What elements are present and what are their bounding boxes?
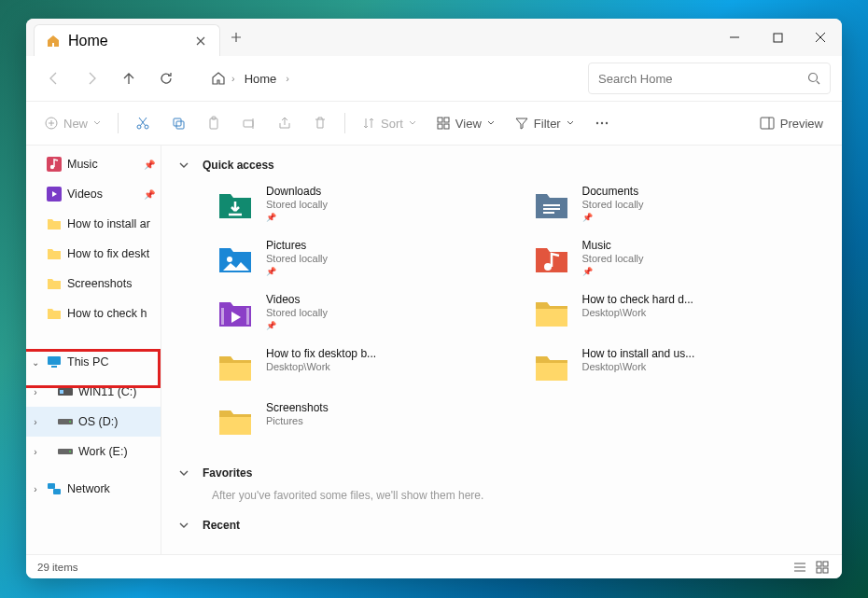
sidebar: Music📌Videos📌How to install arHow to fix… [26,146,161,554]
drive-label: Work (E:) [78,445,128,458]
svg-point-31 [227,257,232,262]
chevron-down-icon [178,467,189,479]
folder-icon [532,239,571,278]
view-label: View [455,117,482,131]
tab-home[interactable]: Home [34,24,220,56]
sidebar-item[interactable]: How to install ar [26,209,161,239]
sort-button[interactable]: Sort [355,108,424,138]
copy-button[interactable] [163,108,193,138]
maximize-button[interactable] [756,19,799,56]
minimize-button[interactable] [713,19,756,56]
item-location: Desktop\Work [582,361,695,372]
sidebar-item[interactable]: Screenshots [26,269,161,299]
preview-label: Preview [780,117,823,131]
search-input[interactable] [598,72,800,86]
svg-rect-5 [174,118,181,126]
quick-access-item[interactable]: DocumentsStored locally📌 [528,181,826,228]
close-window-button[interactable] [799,19,842,56]
quick-access-item[interactable]: MusicStored locally📌 [528,235,826,282]
filter-icon [515,117,528,130]
up-button[interactable] [112,62,146,95]
svg-point-28 [69,451,71,452]
chevron-down-icon [178,520,189,531]
svg-rect-7 [210,118,217,129]
item-name: Videos [266,293,328,306]
more-button[interactable] [587,108,617,138]
svg-rect-38 [823,568,828,573]
sidebar-item[interactable]: How to fix deskt [26,239,161,269]
address-bar[interactable]: › Home › [202,63,299,94]
sidebar-item-label: Music [67,158,98,171]
chevron-down-icon[interactable]: ⌄ [30,357,41,368]
quick-access-item[interactable]: DownloadsStored locally📌 [212,181,510,228]
quick-access-item[interactable]: VideosStored locally📌 [212,289,510,336]
favorites-label: Favorites [203,466,252,480]
status-text: 29 items [37,562,77,573]
minimize-icon [729,32,740,43]
group-favorites[interactable]: Favorites [178,466,825,480]
chevron-down-icon [567,119,574,127]
item-name: How to install and us... [582,347,695,360]
filter-button[interactable]: Filter [508,108,581,138]
drive-icon [58,446,73,457]
quick-access-item[interactable]: PicturesStored locally📌 [212,235,510,282]
item-name: How to fix desktop b... [266,347,376,360]
forward-button[interactable] [75,62,108,95]
close-tab-button[interactable] [193,34,208,49]
chevron-down-icon [93,119,101,127]
svg-rect-30 [53,489,61,494]
sidebar-item[interactable]: How to check h [26,299,161,328]
file-explorer-window: Home › Home › [26,19,842,578]
sidebar-item-network[interactable]: › Network [26,474,161,504]
svg-point-16 [606,122,608,124]
sidebar-item[interactable]: Music📌 [26,149,161,179]
chevron-down-icon [487,119,495,127]
thumbnails-view-button[interactable] [814,559,831,576]
search-box[interactable] [588,63,831,94]
new-button[interactable]: New [37,108,108,138]
close-icon [815,32,826,43]
quick-access-item[interactable]: ScreenshotsPictures [212,397,510,444]
svg-point-14 [596,122,598,124]
quick-access-item[interactable]: How to fix desktop b...Desktop\Work [212,343,510,390]
sidebar-item-drive[interactable]: ›WIN11 (C:) [26,377,161,407]
pin-icon: 📌 [582,267,644,276]
sidebar-item-this-pc[interactable]: ⌄ This PC [26,347,161,377]
chevron-right-icon: › [231,73,235,84]
group-recent[interactable]: Recent [178,519,825,532]
svg-rect-29 [48,483,55,489]
content-pane: Quick access DownloadsStored locally📌Doc… [161,146,842,554]
view-button[interactable]: View [429,108,502,138]
drive-label: WIN11 (C:) [78,385,137,398]
folder-icon [47,307,62,320]
refresh-button[interactable] [149,62,183,95]
new-tab-button[interactable] [220,21,252,53]
cut-button[interactable] [128,108,158,138]
address-segment[interactable]: Home [241,70,281,88]
separator [344,113,345,133]
folder-icon [216,239,255,278]
back-button[interactable] [37,62,71,95]
item-name: Pictures [266,239,328,252]
sidebar-item-drive[interactable]: ›OS (D:) [26,407,161,437]
item-location: Desktop\Work [582,307,693,318]
chevron-right-icon[interactable]: › [30,447,41,457]
chevron-right-icon[interactable]: › [30,387,41,397]
quick-access-item[interactable]: How to install and us...Desktop\Work [528,343,826,390]
navbar: › Home › [26,56,842,101]
svg-point-15 [601,122,603,124]
sidebar-item-label: How to check h [67,307,147,320]
svg-rect-12 [438,124,442,129]
monitor-icon [47,355,62,369]
item-name: Music [582,239,644,252]
sidebar-item[interactable]: Videos📌 [26,179,161,209]
group-quick-access[interactable]: Quick access [178,159,825,172]
sidebar-item-drive[interactable]: ›Work (E:) [26,437,161,466]
chevron-right-icon[interactable]: › [30,484,41,494]
preview-button[interactable]: Preview [752,108,831,138]
folder-icon [216,401,255,440]
quick-access-item[interactable]: How to check hard d...Desktop\Work [528,289,826,336]
details-view-button[interactable] [791,559,808,576]
chevron-down-icon [178,160,189,171]
chevron-right-icon[interactable]: › [30,417,41,427]
